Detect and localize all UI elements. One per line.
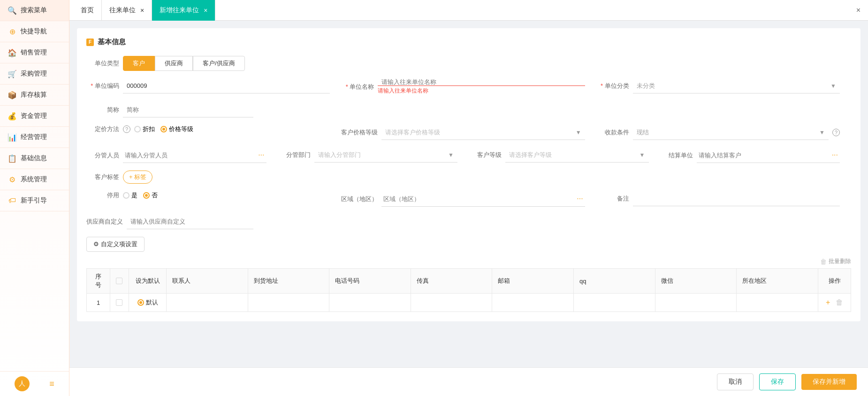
section-title-icon: F — [86, 39, 94, 46]
add-tag-button[interactable]: + 标签 — [123, 171, 152, 184]
inventory-icon: 📦 — [8, 90, 17, 100]
col-email-header: 邮箱 — [492, 269, 574, 294]
payment-terms-select[interactable]: 现结 ▼ — [633, 125, 829, 140]
pricing-label-level: 价格等级 — [169, 125, 193, 133]
row-delete-button[interactable]: 🗑 — [834, 297, 845, 308]
supplier-custom-input[interactable] — [127, 214, 253, 229]
abbreviation-item: 简称 — [86, 102, 265, 117]
type-btn-customer[interactable]: 客户 — [123, 56, 155, 71]
sidebar: 🔍 搜索菜单 ⊕ 快捷导航 🏠 销售管理 🛒 采购管理 📦 库存核算 💰 资金管… — [0, 0, 69, 396]
sidebar-item-quick-nav[interactable]: ⊕ 快捷导航 — [0, 21, 69, 42]
row-qq — [573, 294, 655, 312]
sidebar-item-guide[interactable]: 🏷 新手引导 — [0, 190, 69, 211]
sidebar-item-sales[interactable]: 🏠 销售管理 — [0, 42, 69, 63]
tab-counterparty-close[interactable]: × — [140, 7, 144, 14]
pricing-help-icon[interactable]: ? — [123, 125, 130, 133]
email-input[interactable] — [498, 299, 568, 306]
tags-label: 客户标签 — [86, 173, 119, 181]
disabled-radio-no — [143, 192, 150, 199]
table-header-row: 序号 设为默认 联系人 到货地址 电话号码 传真 邮箱 qq 微信 所在地区 — [87, 269, 851, 294]
customer-price-placeholder: 请选择客户价格等级 — [385, 128, 440, 137]
customer-level-item: 客户等级 请选择客户等级 ▼ — [469, 148, 660, 163]
unit-category-arrow: ▼ — [830, 83, 836, 89]
disabled-option-yes[interactable]: 是 — [123, 191, 137, 200]
wechat-input[interactable] — [661, 299, 731, 306]
tab-counterparty[interactable]: 往来单位 × — [102, 0, 152, 21]
row-contact — [167, 294, 248, 312]
unit-type-label: 单位类型 — [86, 59, 119, 68]
row-checkbox[interactable] — [116, 299, 122, 306]
sidebar-label-quick-nav: 快捷导航 — [21, 27, 47, 36]
supervisor-label: 分管人员 — [86, 151, 119, 160]
pricing-option-level[interactable]: 价格等级 — [160, 125, 193, 133]
settlement-unit-input[interactable] — [697, 148, 830, 163]
payment-terms-arrow: ▼ — [819, 129, 825, 136]
unit-name-input[interactable] — [378, 78, 585, 86]
tab-new-counterparty-close[interactable]: × — [204, 7, 207, 14]
region-dots-btn[interactable]: ··· — [575, 194, 585, 203]
tab-new-counterparty[interactable]: 新增往来单位 × — [152, 0, 215, 21]
unit-code-input[interactable] — [123, 78, 330, 93]
pricing-option-discount[interactable]: 折扣 — [134, 125, 155, 133]
save-new-button[interactable]: 保存并新增 — [801, 374, 857, 390]
settlement-unit-dots-btn[interactable]: ··· — [830, 151, 840, 159]
content-area: F 基本信息 单位类型 客户 供应商 客户/供应商 * 单位 — [69, 21, 868, 367]
unit-code-item: * 单位编码 — [86, 78, 341, 93]
sidebar-item-operations[interactable]: 📊 经营管理 — [0, 127, 69, 148]
customer-level-label: 客户等级 — [469, 151, 502, 159]
address-input[interactable] — [254, 299, 324, 306]
user-avatar[interactable]: 人 — [15, 376, 30, 391]
cancel-button[interactable]: 取消 — [717, 373, 754, 390]
system-icon: ⚙ — [8, 175, 17, 184]
default-radio-item[interactable]: 默认 — [135, 298, 160, 307]
settlement-unit-label: 结算单位 — [660, 151, 693, 160]
tab-home[interactable]: 首页 — [73, 0, 102, 21]
supervisor-dots-btn[interactable]: ··· — [256, 151, 266, 159]
payment-terms-item: 收款条件 现结 ▼ ? — [596, 125, 851, 140]
sidebar-item-purchase[interactable]: 🛒 采购管理 — [0, 63, 69, 85]
abbreviation-input[interactable] — [123, 102, 253, 117]
row-check — [110, 294, 129, 312]
batch-delete-label[interactable]: 批量删除 — [829, 257, 851, 265]
sidebar-item-finance[interactable]: 💰 资金管理 — [0, 106, 69, 127]
col-phone-header: 电话号码 — [329, 269, 411, 294]
guide-icon: 🏷 — [8, 196, 17, 205]
custom-settings-button[interactable]: ⚙ 自定义项设置 — [86, 237, 145, 252]
unit-name-error: 请输入往来单位名称 — [378, 87, 585, 95]
sidebar-item-search[interactable]: 🔍 搜索菜单 — [0, 0, 69, 21]
row-wechat — [655, 294, 737, 312]
customer-price-select[interactable]: 请选择客户价格等级 ▼ — [381, 125, 585, 140]
tab-bar-close-all[interactable]: × — [856, 6, 860, 15]
customer-level-select[interactable]: 请选择客户等级 ▼ — [505, 148, 649, 163]
remark-input[interactable] — [633, 191, 840, 206]
payment-terms-help-icon[interactable]: ? — [832, 129, 840, 136]
sidebar-label-operations: 经营管理 — [21, 133, 47, 141]
phone-input[interactable] — [335, 299, 405, 306]
sidebar-label-basic-info: 基础信息 — [21, 154, 47, 163]
contact-input[interactable] — [172, 299, 242, 306]
sidebar-item-basic-info[interactable]: 📋 基础信息 — [0, 148, 69, 169]
qq-input[interactable] — [579, 299, 649, 306]
sidebar-label-search: 搜索菜单 — [21, 6, 47, 15]
row-region-input[interactable] — [742, 299, 812, 306]
settlement-unit-input-wrap: ··· — [697, 148, 840, 163]
row-num: 1 — [87, 294, 110, 312]
disabled-radio-yes — [123, 192, 129, 199]
sidebar-expand-icon[interactable]: ≡ — [49, 379, 54, 389]
row-add-button[interactable]: + — [824, 297, 832, 308]
region-input[interactable] — [381, 191, 575, 206]
sidebar-item-inventory[interactable]: 📦 库存核算 — [0, 85, 69, 106]
select-all-checkbox[interactable] — [116, 278, 122, 284]
type-btn-both[interactable]: 客户/供应商 — [193, 56, 245, 71]
unit-category-select[interactable]: 未分类 ▼ — [633, 78, 840, 93]
sidebar-item-system[interactable]: ⚙ 系统管理 — [0, 169, 69, 190]
col-address-header: 到货地址 — [248, 269, 329, 294]
supervisor-input-wrap: ··· — [123, 148, 266, 163]
fax-input[interactable] — [417, 299, 487, 306]
supervisor-input[interactable] — [123, 148, 256, 163]
type-btn-supplier[interactable]: 供应商 — [155, 56, 193, 71]
disabled-option-no[interactable]: 否 — [143, 191, 158, 200]
department-select[interactable]: 请输入分管部门 ▼ — [314, 148, 458, 163]
save-button[interactable]: 保存 — [759, 373, 796, 390]
unit-name-wrap: 请输入往来单位名称 — [378, 78, 585, 95]
